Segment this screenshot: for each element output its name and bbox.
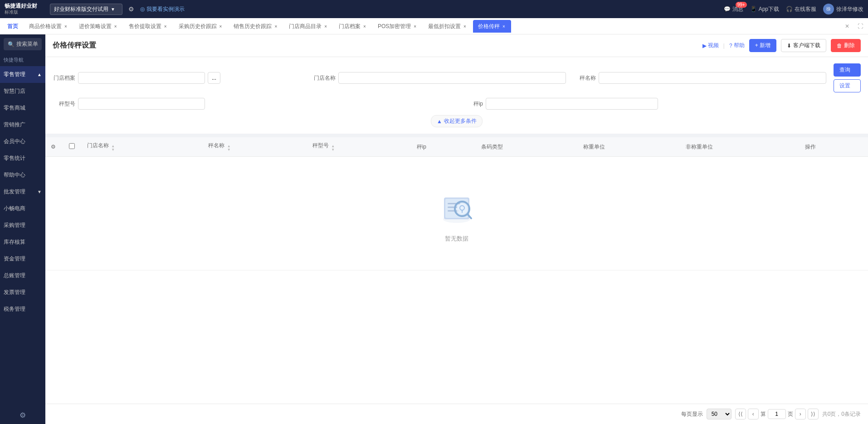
close-window-btn[interactable]: ✕: [842, 21, 853, 32]
tab-purchase-history[interactable]: 采购历史价跟踪 ×: [174, 20, 228, 33]
th-store-name: 门店名称 ▲▼: [82, 137, 203, 157]
messages-btn[interactable]: 💬 消息 99+: [724, 5, 743, 13]
empty-state: 暂无数据: [45, 157, 868, 270]
per-page-select[interactable]: 10 20 50 100: [707, 409, 731, 419]
close-icon[interactable]: ×: [362, 24, 367, 29]
add-button[interactable]: + 新增: [749, 39, 776, 52]
tab-price-scale-label: 价格传秤: [478, 23, 500, 30]
settings-button[interactable]: 设置: [834, 79, 861, 92]
close-icon[interactable]: ×: [413, 24, 417, 29]
store-archive-field: 门店档案 ...: [53, 72, 306, 84]
search-menu-btn[interactable]: 🔍 搜索菜单: [4, 38, 42, 50]
next-page-btn[interactable]: ›: [795, 409, 806, 419]
video-label: 视频: [708, 42, 719, 49]
query-button[interactable]: 查询: [834, 63, 861, 77]
separator: |: [723, 42, 725, 49]
tab-purchase-strategy[interactable]: 进价策略设置 ×: [74, 20, 123, 33]
sidebar-item-ecommerce[interactable]: 小畅电商: [0, 200, 45, 217]
sidebar-item-smart-store[interactable]: 智慧门店: [0, 83, 45, 100]
page-nav: ⟨⟨ ‹ 算 页 › ⟩⟩: [735, 409, 819, 419]
close-icon[interactable]: ×: [323, 24, 328, 29]
sidebar-item-tax-label: 税务管理: [4, 305, 25, 313]
app-title: 畅捷通好业财: [5, 3, 37, 9]
select-all-checkbox[interactable]: [69, 143, 75, 149]
th-scale-model: 秤型号 ▲▼: [307, 137, 411, 157]
online-service-btn[interactable]: 🎧 在线客服: [786, 5, 816, 13]
scale-name-input[interactable]: [599, 72, 826, 84]
sidebar-item-wholesale-label: 批发管理: [4, 188, 25, 196]
sidebar-item-retail-stats[interactable]: 零售统计: [0, 150, 45, 167]
sidebar-item-invoice[interactable]: 发票管理: [0, 284, 45, 301]
sidebar-item-ledger[interactable]: 总账管理: [0, 267, 45, 284]
tab-home[interactable]: 首页: [2, 20, 23, 33]
sidebar-item-finance[interactable]: 资金管理: [0, 251, 45, 267]
store-archive-input[interactable]: [78, 72, 205, 84]
close-icon[interactable]: ×: [463, 24, 467, 29]
sidebar-item-marketing-label: 营销推广: [4, 121, 25, 129]
sidebar-item-help[interactable]: 帮助中心: [0, 167, 45, 183]
close-icon[interactable]: ×: [113, 24, 118, 29]
store-name-label: 门店名称: [313, 74, 336, 82]
store-name-field: 门店名称: [313, 72, 566, 84]
trash-icon: 🗑: [837, 43, 842, 49]
close-icon[interactable]: ×: [502, 24, 506, 29]
th-scale-name-label: 秤名称: [208, 142, 224, 149]
version-selector[interactable]: 好业财标准版交付试用 ▼: [50, 4, 122, 15]
sidebar-item-marketing[interactable]: 营销推广: [0, 116, 45, 133]
app-download-label: App下载: [759, 5, 779, 13]
collapse-btn[interactable]: ▲ 收起更多条件: [431, 115, 483, 127]
gear-icon[interactable]: ⚙: [51, 144, 56, 150]
help-label: 帮助: [734, 42, 745, 49]
maximize-window-btn[interactable]: ⛶: [855, 21, 866, 32]
tab-goods-price[interactable]: 商品价格设置 ×: [24, 20, 73, 33]
help-link[interactable]: ? 帮助: [729, 42, 745, 49]
total-info: 共0页，0条记录: [822, 410, 861, 418]
delete-button[interactable]: 🗑 删除: [831, 39, 861, 52]
tab-sale-extract[interactable]: 售价提取设置 ×: [124, 20, 173, 33]
settings-icon[interactable]: ⚙: [20, 411, 26, 419]
close-icon[interactable]: ×: [163, 24, 168, 29]
scale-name-field: 秤名称: [573, 72, 826, 84]
sidebar-item-tax[interactable]: 税务管理: [0, 301, 45, 318]
close-icon[interactable]: ×: [273, 24, 278, 29]
sidebar-item-purchase[interactable]: 采购管理: [0, 217, 45, 234]
download-icon: ⬇: [787, 43, 791, 49]
tab-purchase-strategy-label: 进价策略设置: [79, 23, 112, 30]
first-page-btn[interactable]: ⟨⟨: [735, 409, 746, 419]
tab-sales-history[interactable]: 销售历史价跟踪 ×: [229, 20, 283, 33]
demo-link[interactable]: ◎ 我要看实例演示: [140, 5, 185, 13]
last-page-btn[interactable]: ⟩⟩: [808, 409, 819, 419]
sidebar-item-inventory[interactable]: 库存核算: [0, 234, 45, 251]
download-client-button[interactable]: ⬇ 客户端下载: [781, 39, 826, 52]
tab-price-scale[interactable]: 价格传秤 ×: [473, 20, 511, 33]
page-actions: ▶ 视频 | ? 帮助 + 新增 ⬇ 客户端下载 🗑 删除: [702, 39, 861, 52]
close-icon[interactable]: ×: [63, 24, 68, 29]
tab-pos-encrypt[interactable]: POS加密管理 ×: [373, 20, 422, 33]
sidebar: 🔍 搜索菜单 快捷导航 零售管理 ▲ 智慧门店 零售商城 营销推广 会员中心 零…: [0, 34, 45, 424]
tab-min-discount[interactable]: 最低折扣设置 ×: [423, 20, 472, 33]
sidebar-item-wholesale[interactable]: 批发管理 ▼: [0, 183, 45, 200]
messages-badge: 99+: [736, 2, 747, 8]
version-settings-icon[interactable]: ⚙: [127, 4, 136, 14]
th-barcode-type: 条码类型: [476, 137, 578, 157]
scale-ip-input[interactable]: [486, 98, 658, 110]
scale-model-input[interactable]: [78, 98, 205, 110]
store-name-input[interactable]: [338, 72, 566, 84]
chevron-down-icon: ▼: [37, 189, 42, 194]
user-info[interactable]: 徐 徐泽华修改: [823, 4, 863, 14]
prev-page-btn[interactable]: ‹: [748, 409, 759, 419]
page-number-input[interactable]: [768, 409, 786, 419]
online-service-label: 在线客服: [795, 5, 816, 13]
sidebar-item-member[interactable]: 会员中心: [0, 133, 45, 150]
tab-store-profile[interactable]: 门店档案 ×: [334, 20, 372, 33]
app-download-btn[interactable]: 📱 App下载: [750, 5, 779, 13]
sidebar-item-retail-mall[interactable]: 零售商城: [0, 100, 45, 116]
tab-store-catalog[interactable]: 门店商品目录 ×: [284, 20, 333, 33]
search-menu-label: 搜索菜单: [16, 40, 38, 48]
sidebar-item-retail-stats-label: 零售统计: [4, 154, 25, 162]
top-bar: 畅捷通好业财 标准版 好业财标准版交付试用 ▼ ⚙ ◎ 我要看实例演示 💬 消息…: [0, 0, 868, 18]
video-link[interactable]: ▶ 视频: [702, 42, 719, 49]
close-icon[interactable]: ×: [219, 24, 223, 29]
sidebar-item-retail-mgmt[interactable]: 零售管理 ▲: [0, 66, 45, 83]
store-archive-select-btn[interactable]: ...: [208, 72, 220, 84]
